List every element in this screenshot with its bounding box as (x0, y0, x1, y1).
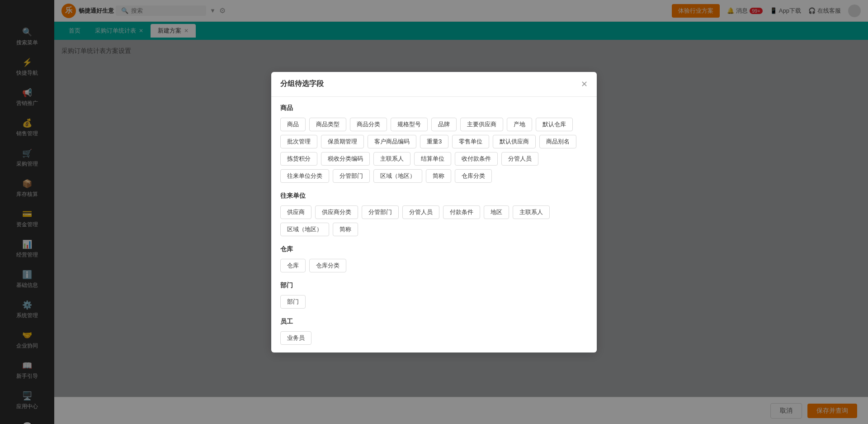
modal-overlay: 分组待选字段 ✕ 商品商品商品类型商品分类规格型号品牌主要供应商产地默认仓库批次… (0, 0, 868, 68)
